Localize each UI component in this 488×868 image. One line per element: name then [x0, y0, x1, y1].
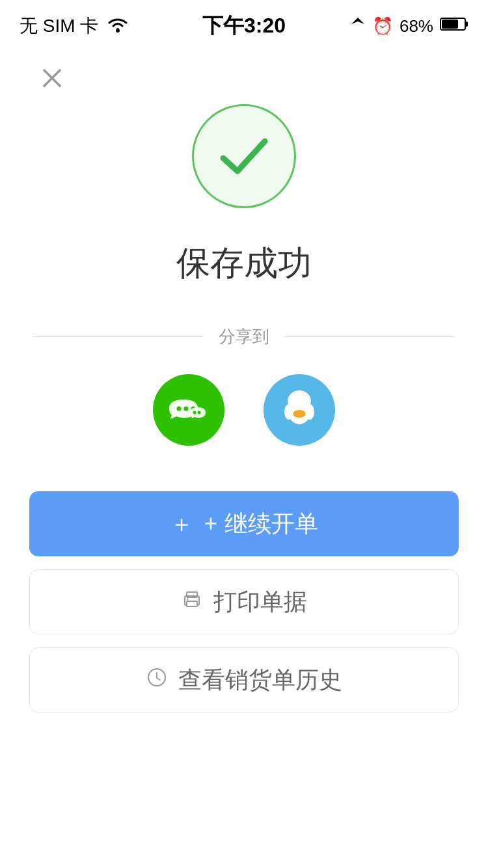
- history-label: 查看销货单历史: [178, 664, 342, 696]
- wechat-share-button[interactable]: [153, 374, 224, 446]
- svg-rect-2: [465, 21, 468, 27]
- no-sim-label: 无 SIM 卡: [20, 14, 98, 38]
- share-label: 分享到: [203, 325, 285, 348]
- history-icon: [146, 666, 168, 694]
- battery-icon: [440, 16, 468, 36]
- main-content: 保存成功 分享到: [0, 52, 488, 712]
- history-button[interactable]: 查看销货单历史: [29, 647, 459, 712]
- svg-point-8: [184, 407, 189, 411]
- action-buttons: ＋ + 继续开单 打印单据 查看销货单历: [29, 491, 459, 712]
- status-right: ⏰ 68%: [350, 16, 468, 36]
- close-button[interactable]: [33, 59, 72, 98]
- continue-order-button[interactable]: ＋ + 继续开单: [29, 491, 459, 556]
- share-divider-row: 分享到: [0, 325, 488, 348]
- svg-rect-3: [442, 20, 458, 29]
- divider-right: [285, 336, 455, 337]
- success-icon-circle: [192, 104, 296, 208]
- print-label: 打印单据: [213, 586, 307, 618]
- status-time: 下午3:20: [202, 12, 286, 40]
- svg-point-7: [177, 407, 182, 411]
- svg-point-10: [193, 411, 197, 414]
- success-title: 保存成功: [176, 241, 312, 286]
- share-section: 分享到: [0, 325, 488, 446]
- continue-order-label: + 继续开单: [204, 508, 318, 540]
- status-bar: 无 SIM 卡 下午3:20 ⏰ 68%: [0, 0, 488, 52]
- print-icon: [181, 588, 203, 616]
- svg-point-21: [290, 394, 308, 411]
- status-left: 无 SIM 卡: [20, 14, 129, 38]
- svg-point-0: [116, 29, 120, 33]
- print-button[interactable]: 打印单据: [29, 569, 459, 634]
- wifi-icon: [106, 15, 129, 38]
- svg-point-22: [295, 410, 304, 415]
- alarm-icon: ⏰: [372, 16, 393, 36]
- location-icon: [350, 16, 366, 36]
- svg-point-11: [198, 411, 201, 414]
- qq-share-button[interactable]: [264, 374, 335, 446]
- battery-percent: 68%: [400, 16, 433, 36]
- divider-left: [33, 336, 203, 337]
- share-icons-row: [153, 374, 335, 446]
- plus-icon: ＋: [170, 508, 193, 540]
- svg-point-26: [187, 598, 189, 600]
- svg-rect-25: [187, 601, 197, 606]
